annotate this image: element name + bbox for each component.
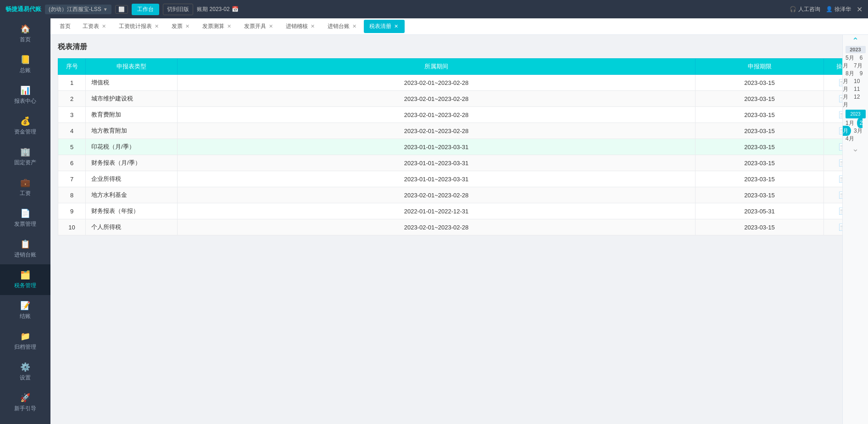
cell-declare: 2023-03-15: [696, 107, 824, 123]
sidebar-item-settle[interactable]: 📝结账: [0, 295, 50, 326]
tab-invoice-calc[interactable]: 发票测算✕: [197, 20, 238, 33]
calendar-up-icon[interactable]: ⌃: [852, 37, 859, 45]
cell-declare: 2023-03-15: [696, 123, 824, 139]
cell-seq: 5: [58, 139, 86, 155]
close-button[interactable]: ✕: [857, 5, 862, 14]
copy-button[interactable]: ⬜: [115, 5, 128, 14]
cell-type: 印花税（月/季）: [86, 139, 178, 155]
cell-seq: 1: [58, 75, 86, 91]
settings-icon: ⚙️: [20, 362, 30, 372]
col-header-period: 所属期间: [178, 59, 696, 75]
cell-type: 地方水利基金: [86, 187, 178, 203]
cell-seq: 10: [58, 219, 86, 235]
tab-close-invoice-calc[interactable]: ✕: [226, 23, 232, 29]
tab-close-vat-ledger[interactable]: ✕: [351, 23, 357, 29]
table-row: 3 教育费附加 2023-02-01~2023-02-28 2023-03-15…: [58, 107, 861, 123]
tab-salary[interactable]: 工资表✕: [77, 20, 112, 33]
tab-bar: 首页工资表✕工资统计报表✕发票✕发票测算✕发票开具✕进销稽核✕进销台账✕税表清册…: [50, 18, 868, 35]
tab-home[interactable]: 首页: [54, 20, 76, 33]
cell-period: 2023-02-01~2023-02-28: [178, 107, 696, 123]
calendar-icon[interactable]: 📅: [232, 6, 239, 12]
assets-icon: 🏢: [20, 147, 30, 157]
archive-icon: 📁: [20, 331, 30, 341]
cell-type: 企业所得税: [86, 171, 178, 187]
sidebar-item-reports[interactable]: 📊报表中心: [0, 80, 50, 111]
content-area: 首页工资表✕工资统计报表✕发票✕发票测算✕发票开具✕进销稽核✕进销台账✕税表清册…: [50, 18, 868, 424]
calendar-month-2024-4月[interactable]: 4月: [843, 134, 857, 144]
tab-label-invoice: 发票: [172, 22, 183, 30]
table-row: 4 地方教育附加 2023-02-01~2023-02-28 2023-03-1…: [58, 123, 861, 139]
sidebar-label-funds: 资金管理: [14, 128, 36, 136]
cell-type: 地方教育附加: [86, 123, 178, 139]
tax-icon: 🗂️: [20, 270, 30, 280]
sidebar-label-reports: 报表中心: [14, 97, 36, 105]
sidebar-label-salary: 工资: [20, 190, 31, 197]
sidebar-item-invoice[interactable]: 📄发票管理: [0, 203, 50, 234]
home-icon: 🏠: [20, 24, 30, 34]
table-row: 1 增值税 2023-02-01~2023-02-28 2023-03-15 📄: [58, 75, 861, 91]
tax-table: 序号 申报表类型 所属期间 申报期限 操作 1 增值税 2023-02-01~2…: [58, 58, 861, 235]
table-row: 9 财务报表（年报） 2022-01-01~2022-12-31 2023-05…: [58, 203, 861, 219]
workbench-button[interactable]: 工作台: [132, 4, 159, 15]
period-label: 账期 2023-02 📅: [197, 6, 239, 13]
tab-tax-list[interactable]: 税表清册✕: [364, 20, 405, 33]
table-row: 6 财务报表（月/季） 2023-01-01~2023-03-31 2023-0…: [58, 155, 861, 171]
ai-consult-button[interactable]: 🎧 人工咨询: [790, 6, 820, 13]
tab-close-invoice[interactable]: ✕: [184, 23, 190, 29]
tab-invoice[interactable]: 发票✕: [166, 20, 196, 33]
tab-label-salary-report: 工资统计报表: [119, 22, 152, 30]
cell-period: 2022-01-01~2022-12-31: [178, 203, 696, 219]
cell-seq: 6: [58, 155, 86, 171]
col-header-type: 申报表类型: [86, 59, 178, 75]
col-header-seq: 序号: [58, 59, 86, 75]
tab-label-salary: 工资表: [83, 22, 99, 30]
sidebar-label-tax: 税务管理: [14, 282, 36, 290]
cell-type: 财务报表（月/季）: [86, 155, 178, 171]
switch-mode-button[interactable]: 切到旧版: [163, 4, 193, 15]
sidebar-item-ledger[interactable]: 📒总账: [0, 49, 50, 80]
input-vat-icon: 📋: [20, 239, 30, 249]
tab-close-invoice-open[interactable]: ✕: [268, 23, 274, 29]
cell-type: 教育费附加: [86, 107, 178, 123]
cell-period: 2023-01-01~2023-03-31: [178, 171, 696, 187]
tab-vat-ledger[interactable]: 进销台账✕: [322, 20, 363, 33]
company-selector[interactable]: (勿动）江西服宝-LSS ▼: [45, 5, 111, 14]
sidebar-item-settings[interactable]: ⚙️设置: [0, 357, 50, 387]
sidebar-item-salary[interactable]: 💼工资: [0, 172, 50, 203]
cell-period: 2023-02-01~2023-02-28: [178, 123, 696, 139]
tab-invoice-open[interactable]: 发票开具✕: [239, 20, 279, 33]
sidebar-item-home[interactable]: 🏠首页: [0, 18, 50, 49]
sidebar-item-assets[interactable]: 🏢固定资产: [0, 141, 50, 172]
sidebar-item-newbie[interactable]: 🚀新手引导: [0, 387, 50, 418]
user-profile[interactable]: 👤 徐泽华: [826, 6, 851, 13]
page-title: 税表清册: [58, 42, 87, 52]
salary-icon: 💼: [20, 178, 30, 188]
calendar-year-prev: 2023: [846, 46, 866, 53]
calendar-year-2023[interactable]: 2023: [846, 110, 866, 118]
tab-close-salary[interactable]: ✕: [101, 23, 107, 29]
cell-type: 增值税: [86, 75, 178, 91]
tab-close-vat-check[interactable]: ✕: [310, 23, 316, 29]
funds-icon: 💰: [20, 116, 30, 126]
tab-salary-report[interactable]: 工资统计报表✕: [113, 20, 165, 33]
sidebar-item-member[interactable]: ✓畅会员: [0, 418, 50, 424]
app-logo: 畅捷通易代账: [6, 5, 41, 13]
cell-period: 2023-02-01~2023-02-28: [178, 91, 696, 107]
sidebar-label-archive: 归档管理: [14, 343, 36, 351]
cell-type: 财务报表（年报）: [86, 203, 178, 219]
sidebar-item-tax[interactable]: 🗂️税务管理: [0, 264, 50, 295]
tab-label-tax-list: 税表清册: [369, 22, 391, 30]
sidebar-item-archive[interactable]: 📁归档管理: [0, 326, 50, 357]
sidebar-item-funds[interactable]: 💰资金管理: [0, 111, 50, 141]
sidebar-item-input-vat[interactable]: 📋进销台账: [0, 234, 50, 264]
calendar-down-icon[interactable]: ⌄: [852, 144, 859, 154]
tab-close-salary-report[interactable]: ✕: [154, 23, 160, 29]
tab-close-tax-list[interactable]: ✕: [393, 23, 399, 29]
tab-label-vat-check: 进销稽核: [286, 22, 308, 30]
cell-declare: 2023-03-15: [696, 187, 824, 203]
sidebar-label-ledger: 总账: [20, 67, 31, 74]
page-content: 税表清册 ↻ 刷新 序号 申报表类型 所属期间 申报期限 操作: [50, 35, 868, 424]
sidebar-label-assets: 固定资产: [14, 159, 36, 167]
tab-vat-check[interactable]: 进销稽核✕: [280, 20, 321, 33]
cell-seq: 8: [58, 187, 86, 203]
